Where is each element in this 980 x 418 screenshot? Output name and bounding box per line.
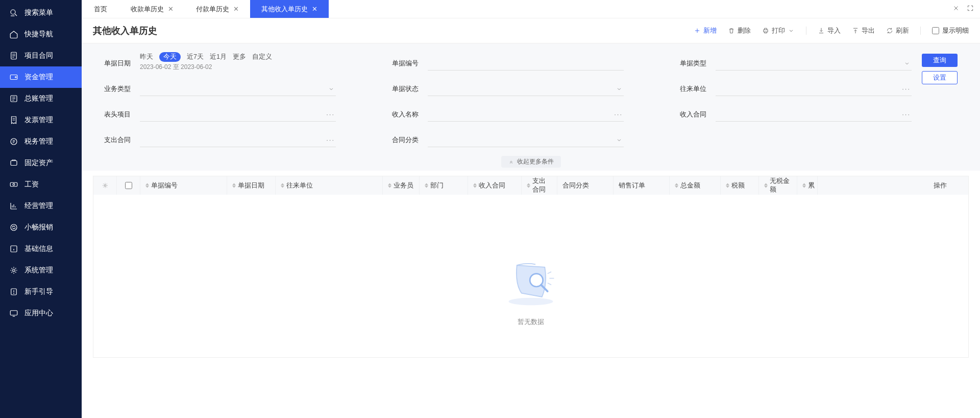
home-icon (9, 30, 18, 39)
tablehead-lookup[interactable]: ··· (140, 107, 336, 122)
income-contract-lookup[interactable]: ··· (716, 107, 912, 122)
col-date[interactable]: 单据日期 (227, 176, 276, 195)
filter-contract-cat: 合同分类 (392, 127, 624, 153)
sidebar-item-appcenter[interactable]: 应用中心 (0, 303, 82, 324)
date-tab-yesterday[interactable]: 昨天 (140, 53, 153, 61)
col-dept[interactable]: 部门 (420, 176, 468, 195)
select-all-checkbox[interactable] (117, 176, 140, 195)
col-acc[interactable]: 累 (797, 176, 818, 195)
titlebar: 其他收入单历史 新增 删除 打印 导入 导出 刷新 显示明细 (82, 18, 980, 43)
tab-home[interactable]: 首页 (82, 0, 119, 18)
delete-button[interactable]: 删除 (728, 26, 751, 35)
chevron-down-icon (328, 85, 335, 92)
filter-docno: 单据编号 (392, 51, 624, 76)
svg-point-0 (11, 10, 15, 14)
sidebar-item-label: 经营管理 (24, 201, 53, 211)
income-name-lookup[interactable]: ··· (428, 107, 624, 122)
date-tab-today[interactable]: 今天 (159, 52, 181, 62)
sort-icon (802, 183, 806, 188)
filter-doctype: 单据类型 (680, 51, 912, 76)
sidebar-item-label: 税务管理 (24, 137, 53, 146)
col-out-contract[interactable]: 支出合同 (522, 176, 557, 195)
sidebar-item-search[interactable]: 搜索菜单 (0, 2, 82, 24)
col-cat[interactable]: 合同分类 (557, 176, 614, 195)
contract-cat-select[interactable] (428, 133, 624, 147)
party-lookup[interactable]: ··· (716, 82, 912, 96)
sidebar-item-biz[interactable]: 经营管理 (0, 195, 82, 217)
col-order[interactable]: 销售订单 (614, 176, 670, 195)
column-settings-button[interactable] (93, 176, 117, 195)
col-docno[interactable]: 单据编号 (140, 176, 227, 195)
col-biz[interactable]: 业务员 (383, 176, 420, 195)
tab-label: 其他收入单历史 (261, 5, 308, 14)
tab-receipt-history[interactable]: 收款单历史✕ (119, 0, 185, 18)
asset-icon (9, 158, 18, 168)
date-tab-7days[interactable]: 近7天 (187, 53, 204, 61)
chart-icon (9, 201, 18, 211)
fullscreen-icon[interactable] (967, 5, 974, 13)
sidebar-item-quicknav[interactable]: 快捷导航 (0, 24, 82, 45)
gear-icon (102, 182, 109, 189)
col-tax[interactable]: 税额 (721, 176, 759, 195)
filter-actions: 查询 设置 (912, 51, 958, 153)
date-tabs: 昨天 今天 近7天 近1月 更多 自定义 (140, 52, 336, 62)
import-button[interactable]: 导入 (818, 26, 841, 35)
col-unit[interactable]: 往来单位 (276, 176, 383, 195)
sidebar-item-label: 工资 (24, 180, 39, 189)
divider (920, 27, 921, 35)
sort-icon (388, 183, 391, 188)
date-tab-custom[interactable]: 自定义 (252, 53, 272, 61)
show-detail-input[interactable] (932, 27, 939, 34)
date-tab-more[interactable]: 更多 (233, 53, 246, 61)
expense-contract-lookup[interactable]: ··· (140, 133, 336, 147)
col-in-contract[interactable]: 收入合同 (468, 176, 522, 195)
close-all-tabs-icon[interactable] (952, 5, 960, 13)
query-button[interactable]: 查询 (922, 54, 958, 67)
settings-button[interactable]: 设置 (922, 71, 958, 84)
tab-payment-history[interactable]: 付款单历史✕ (185, 0, 250, 18)
docno-input[interactable] (428, 56, 624, 71)
refresh-button[interactable]: 刷新 (886, 26, 909, 35)
doctype-select[interactable] (716, 56, 912, 71)
gear-icon (9, 266, 18, 275)
date-tab-1month[interactable]: 近1月 (210, 53, 227, 61)
empty-text: 暂无数据 (518, 317, 544, 327)
filter-income-contract: 收入合同 ··· (680, 102, 912, 127)
biztype-select[interactable] (140, 82, 336, 96)
close-icon[interactable]: ✕ (168, 5, 174, 13)
svg-point-11 (13, 269, 15, 272)
sidebar-item-asset[interactable]: 固定资产 (0, 152, 82, 174)
sidebar-item-invoice[interactable]: 发票管理 (0, 109, 82, 131)
sidebar-item-salary[interactable]: 工资 (0, 174, 82, 195)
sidebar-item-reimburse[interactable]: 小畅报销 (0, 217, 82, 238)
print-button[interactable]: 打印 (762, 26, 795, 35)
sidebar-item-label: 新手引导 (24, 287, 53, 296)
close-icon[interactable]: ✕ (312, 5, 317, 13)
sidebar-item-system[interactable]: 系统管理 (0, 260, 82, 281)
close-icon[interactable]: ✕ (233, 5, 239, 13)
sidebar-item-guide[interactable]: 新手引导 (0, 281, 82, 303)
ledger-icon (9, 94, 18, 103)
col-total[interactable]: 总金额 (670, 176, 721, 195)
docstate-select[interactable] (428, 82, 624, 96)
sidebar-item-tax[interactable]: 税务管理 (0, 131, 82, 152)
chevron-up-double-icon (508, 159, 514, 165)
more-icon: ··· (326, 136, 335, 144)
sidebar-item-funds[interactable]: 资金管理 (0, 66, 82, 88)
sidebar-item-contract[interactable]: 项目合同 (0, 45, 82, 66)
sidebar-item-ledger[interactable]: 总账管理 (0, 88, 82, 109)
guide-icon (9, 287, 18, 296)
sort-icon (726, 183, 729, 188)
new-button[interactable]: 新增 (694, 26, 717, 35)
col-net[interactable]: 无税金额 (759, 176, 797, 195)
date-range-text: 2023-06-02 至 2023-06-02 (140, 63, 336, 72)
collapse-filters-button[interactable]: 收起更多条件 (501, 156, 561, 168)
col-op: 操作 (912, 176, 968, 195)
filter-party: 往来单位 ··· (680, 76, 912, 102)
sidebar-item-label: 应用中心 (24, 309, 53, 318)
export-button[interactable]: 导出 (852, 26, 875, 35)
sidebar-item-base[interactable]: 基础信息 (0, 238, 82, 260)
tab-other-income-history[interactable]: 其他收入单历史✕ (250, 0, 329, 18)
show-detail-checkbox[interactable]: 显示明细 (932, 26, 969, 35)
svg-rect-14 (10, 311, 17, 315)
